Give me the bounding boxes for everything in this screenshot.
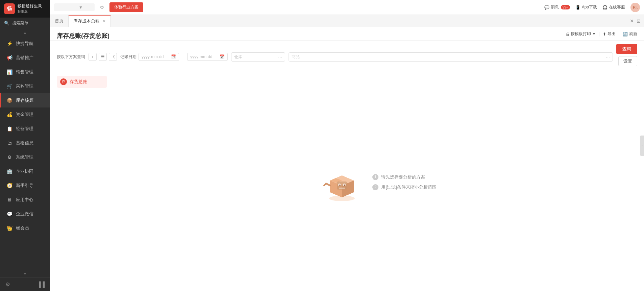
step-num-2: 2 (372, 184, 378, 190)
sidebar-item-appcenter[interactable]: 🖥 应用中心 (0, 193, 50, 207)
sidebar-item-wechat[interactable]: 💬 企业微信 (0, 207, 50, 221)
expand-btn[interactable]: ⊡ (637, 18, 641, 24)
export-icon: ⬆ (603, 32, 606, 37)
app-download-btn[interactable]: 📱 App下载 (575, 4, 597, 10)
step1-text: 请先选择要分析的方案 (381, 174, 425, 180)
breadcrumb[interactable]: ▼ (54, 3, 95, 11)
sidebar-item-quick-nav[interactable]: ⚡ 快捷导航 (0, 37, 50, 51)
step2-text: 用[过滤]条件来缩小分析范围 (381, 184, 436, 190)
basic-icon: 🗂 (6, 140, 13, 146)
tab-inventory-ledger[interactable]: 库存成本总账 ✕ (69, 15, 111, 27)
quick-nav-icon: ⚡ (6, 41, 13, 46)
goods-placeholder: 商品 (292, 54, 300, 60)
scheme-selector: 存 存货总账 (50, 73, 114, 291)
breadcrumb-text (57, 5, 76, 10)
sidebar-item-label: 新手引导 (16, 183, 33, 189)
sidebar-item-basic[interactable]: 🗂 基础信息 (0, 136, 50, 150)
sidebar-item-label: 采购管理 (16, 83, 33, 89)
tab-home[interactable]: 首页 (50, 15, 69, 27)
svg-line-11 (326, 184, 330, 186)
date-separator: — (181, 54, 185, 59)
manage-scheme-btn[interactable]: ☰ (99, 53, 107, 61)
topbar: ▼ ⚙ 体验行业方案 💬 消息 99+ 📱 App下载 🎧 在线客服 Rit (50, 0, 644, 15)
online-service-btn[interactable]: 🎧 在线客服 (602, 4, 625, 10)
inventory-icon: 📦 (6, 98, 13, 103)
message-icon: 💬 (544, 5, 549, 10)
date-start-placeholder: yyyy-mm-dd (142, 54, 164, 59)
scroll-up-btn[interactable]: ▲ (0, 29, 50, 37)
finance-icon: 💰 (6, 112, 13, 117)
empty-step1: 1 请先选择要分析的方案 (372, 174, 436, 180)
sidebar-item-system[interactable]: ⚙ 系统管理 (0, 150, 50, 164)
gear-icon: ⚙ (100, 5, 104, 10)
divider (599, 32, 599, 37)
filter-bar: 按以下方案查询 ＋ ☰ 《 记账日期 yyyy-mm-dd 📅 — yyyy-m… (50, 40, 644, 73)
logo-icon: 畅 (4, 3, 15, 14)
topbar-right: 💬 消息 99+ 📱 App下载 🎧 在线客服 Rit (544, 3, 640, 12)
date-start-input[interactable]: yyyy-mm-dd 📅 (139, 53, 179, 61)
scheme-item-stock-ledger[interactable]: 存 存货总账 (57, 76, 107, 88)
goods-select[interactable]: 商品 ··· (289, 52, 613, 62)
close-panel-btn[interactable]: ✕ (630, 18, 634, 24)
wechat-icon: 💬 (6, 211, 13, 217)
topbar-left: ▼ ⚙ 体验行业方案 (54, 2, 544, 12)
main-area: ▼ ⚙ 体验行业方案 💬 消息 99+ 📱 App下载 🎧 在线客服 Rit (50, 0, 644, 291)
refresh-btn[interactable]: 🔄 刷新 (623, 31, 637, 37)
add-scheme-btn[interactable]: ＋ (89, 53, 97, 61)
warehouse-select[interactable]: 仓库 ··· (231, 52, 285, 62)
page-header-actions: 🖨 按模板打印 ▼ ⬆ 导出 🔄 刷新 (565, 31, 637, 40)
sidebar-item-label: 库存核算 (16, 97, 33, 103)
sidebar-item-member[interactable]: 👑 畅会员 (0, 221, 50, 235)
settings-icon[interactable]: ⚙ (5, 281, 10, 288)
svg-line-12 (324, 184, 326, 186)
sidebar-item-corp[interactable]: 🏢 企业协同 (0, 164, 50, 178)
corp-icon: 🏢 (6, 169, 13, 174)
industry-btn[interactable]: 体验行业方案 (109, 2, 143, 12)
sidebar-item-sales[interactable]: 📊 销售管理 (0, 65, 50, 79)
app-name: 畅捷通好生意 (18, 4, 42, 9)
query-panel: 查询 设置 (616, 44, 637, 70)
topbar-gear-btn[interactable]: ⚙ (97, 3, 107, 12)
print-icon: 🖨 (565, 32, 569, 37)
member-icon: 👑 (6, 225, 13, 231)
sidebar-item-marketing[interactable]: 📢 营销推广 (0, 51, 50, 65)
export-btn[interactable]: ⬆ 导出 (603, 31, 616, 37)
sidebar-item-label: 快捷导航 (16, 41, 33, 47)
sidebar-item-label: 应用中心 (16, 197, 33, 203)
date-input-group: 记账日期 yyyy-mm-dd 📅 — yyyy-mm-dd 📅 (120, 53, 228, 61)
scroll-down-btn[interactable]: ▼ (0, 270, 50, 277)
query-btn[interactable]: 查询 (616, 44, 637, 54)
print-dropdown-icon: ▼ (592, 32, 596, 36)
sidebar-item-operation[interactable]: 📋 经营管理 (0, 122, 50, 136)
collapse-filter-btn[interactable]: 《 (109, 53, 117, 61)
tab-home-label: 首页 (55, 18, 64, 24)
sidebar-item-guide[interactable]: 🧭 新手引导 (0, 178, 50, 193)
sidebar-item-label: 资金管理 (16, 112, 33, 118)
print-btn[interactable]: 🖨 按模板打印 ▼ (565, 31, 596, 37)
sidebar-item-purchase[interactable]: 🛒 采购管理 (0, 79, 50, 93)
date-label: 记账日期 (120, 54, 137, 60)
setting-btn[interactable]: 设置 (618, 56, 637, 66)
app-icon: 📱 (575, 5, 580, 10)
tab-close-btn[interactable]: ✕ (102, 19, 106, 24)
guide-icon: 🧭 (6, 183, 13, 188)
user-avatar[interactable]: Rit (630, 3, 640, 12)
sidebar-item-label: 经营管理 (16, 126, 33, 132)
sidebar-bottom: ⚙ ▐▐ (0, 277, 50, 291)
date-end-input[interactable]: yyyy-mm-dd 📅 (187, 53, 228, 61)
app-subtitle: 标准版 (18, 9, 42, 14)
audio-icon[interactable]: ▐▐ (37, 282, 45, 288)
more-icon2: ··· (606, 54, 610, 59)
main-panel: 存 存货总账 (50, 73, 644, 291)
search-icon: 🔍 (4, 21, 9, 26)
right-collapse-handle[interactable]: › (640, 136, 644, 156)
date-end-placeholder: yyyy-mm-dd (190, 54, 212, 59)
message-btn[interactable]: 💬 消息 99+ (544, 4, 570, 10)
sidebar-item-inventory[interactable]: 📦 库存核算 (0, 93, 50, 107)
content: 库存总账(存货总账) 🖨 按模板打印 ▼ ⬆ 导出 🔄 刷新 (50, 27, 644, 291)
sidebar-item-finance[interactable]: 💰 资金管理 (0, 107, 50, 122)
search-menu[interactable]: 🔍 搜索菜单 (0, 18, 50, 29)
filter-label: 按以下方案查询 (57, 54, 85, 60)
page-title: 库存总账(存货总账) (57, 32, 109, 40)
search-menu-label: 搜索菜单 (12, 20, 28, 26)
